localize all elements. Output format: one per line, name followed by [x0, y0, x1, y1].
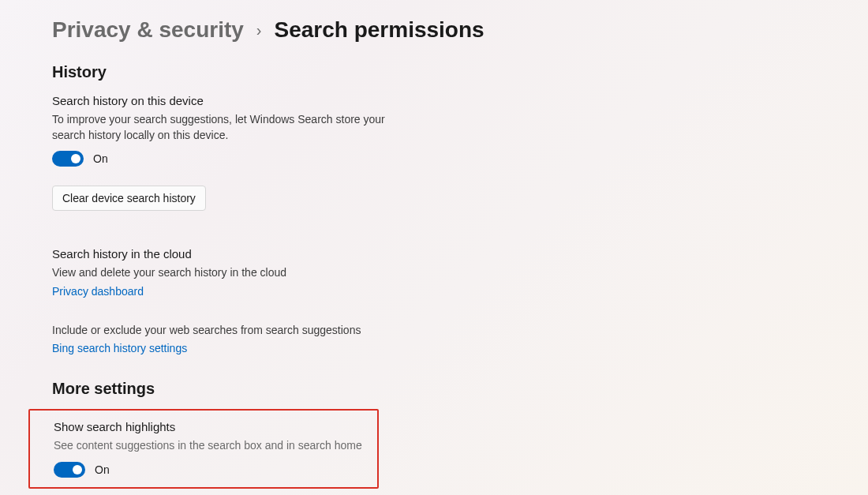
device-history-desc: To improve your search suggestions, let …	[52, 112, 391, 143]
cloud-history-block: Search history in the cloud View and del…	[52, 247, 789, 312]
device-history-toggle-label: On	[93, 152, 108, 165]
search-highlights-toggle-label: On	[95, 463, 110, 476]
search-highlights-title: Show search highlights	[54, 420, 368, 433]
search-highlights-desc: See content suggestions in the search bo…	[54, 438, 368, 454]
breadcrumb-current: Search permissions	[274, 17, 484, 43]
bing-history-link[interactable]: Bing search history settings	[52, 342, 187, 354]
device-history-title: Search history on this device	[52, 94, 789, 107]
chevron-right-icon: ›	[256, 21, 262, 39]
search-highlights-toggle[interactable]	[54, 462, 85, 478]
section-heading-history: History	[52, 63, 789, 81]
section-heading-more: More settings	[52, 380, 789, 398]
device-history-toggle-row: On	[52, 151, 789, 167]
settings-page: Privacy & security › Search permissions …	[0, 0, 789, 489]
toggle-knob-icon	[73, 465, 82, 474]
bing-history-desc: Include or exclude your web searches fro…	[52, 323, 391, 339]
cloud-history-title: Search history in the cloud	[52, 247, 789, 261]
bing-history-block: Include or exclude your web searches fro…	[52, 323, 789, 369]
device-history-block: Search history on this device To improve…	[52, 94, 789, 236]
toggle-knob-icon	[71, 154, 80, 163]
search-highlights-box: Show search highlights See content sugge…	[28, 409, 379, 489]
cloud-history-desc: View and delete your search history in t…	[52, 265, 391, 281]
breadcrumb-parent[interactable]: Privacy & security	[52, 17, 244, 43]
clear-device-history-button[interactable]: Clear device search history	[52, 186, 206, 211]
search-highlights-toggle-row: On	[54, 462, 368, 478]
device-history-toggle[interactable]	[52, 151, 84, 167]
privacy-dashboard-link[interactable]: Privacy dashboard	[52, 285, 144, 298]
breadcrumb: Privacy & security › Search permissions	[52, 17, 789, 43]
